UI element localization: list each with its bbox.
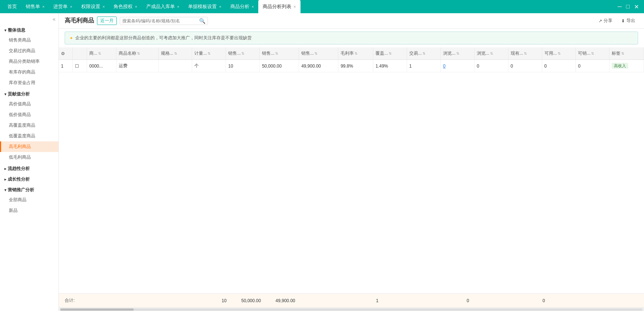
search-input[interactable] <box>122 18 198 23</box>
sidebar-group-贡献值分析[interactable]: ▾贡献值分析 <box>0 88 58 99</box>
nav-tab-单据模板设置[interactable]: 单据模板设置× <box>184 0 226 13</box>
scrollbar-thumb[interactable] <box>60 308 134 311</box>
sort-icon-transactions: ⇅ <box>422 51 425 55</box>
sort-icon-name: ⇅ <box>137 51 140 55</box>
sort-icon-code: ⇅ <box>98 51 101 55</box>
totals-bar: 合计: 10 50,000.00 49,900.00 1 0 0 <box>59 293 644 307</box>
sort-icon-unit: ⇅ <box>208 51 211 55</box>
info-icon: ✦ <box>69 36 73 41</box>
row-checkbox[interactable]: ☐ <box>73 60 87 72</box>
col-header-settings: ⚙ <box>59 47 73 60</box>
sidebar-item-库存资金占用[interactable]: 库存资金占用 <box>0 77 58 88</box>
col-header-browse2[interactable]: 浏览...⇅ <box>474 47 508 60</box>
nav-tab-商品分析列表[interactable]: 商品分析列表× <box>258 0 300 13</box>
col-header-tag[interactable]: 标签⇅ <box>609 47 644 60</box>
window-close-btn[interactable]: ✕ <box>632 3 641 10</box>
sidebar-item-新品[interactable]: 新品 <box>0 205 58 216</box>
share-label: 分享 <box>604 18 612 24</box>
col-header-gross_margin[interactable]: 毛利率⇅ <box>338 47 373 60</box>
sort-icon-sales_amount: ⇅ <box>275 51 278 55</box>
totals-sales-amount: 50,000.00 <box>241 298 261 303</box>
totals-label: 合计: <box>65 297 75 304</box>
sidebar-item-全部商品[interactable]: 全部商品 <box>0 195 58 205</box>
row-code: 0000... <box>87 60 116 72</box>
sidebar-item-高价值商品[interactable]: 高价值商品 <box>0 99 58 109</box>
nav-tab-进货单[interactable]: 进货单× <box>49 0 76 13</box>
col-header-spec[interactable]: 规格...⇅ <box>158 47 192 60</box>
col-header-code[interactable]: 商...⇅ <box>87 47 116 60</box>
col-header-browse1[interactable]: 浏览...⇅ <box>440 47 474 60</box>
totals-sales-qty: 10 <box>222 298 226 303</box>
sort-icon-sales_qty: ⇅ <box>241 51 244 55</box>
col-header-sales_cost[interactable]: 销售...⇅ <box>299 47 338 60</box>
share-icon: ↗ <box>598 18 602 23</box>
col-header-sales_qty[interactable]: 销售...⇅ <box>226 47 260 60</box>
col-header-sales_amount[interactable]: 销售...⇅ <box>260 47 299 60</box>
row-unit: 个 <box>192 60 226 72</box>
sidebar-item-商品分类助销率[interactable]: 商品分类助销率 <box>0 56 58 67</box>
tab-close-btn[interactable]: × <box>219 4 221 9</box>
export-icon: ⬇ <box>621 18 625 23</box>
window-maximize-btn[interactable]: □ <box>624 3 632 10</box>
sidebar-group-成长性分析[interactable]: ▸成长性分析 <box>0 173 58 184</box>
export-button[interactable]: ⬇ 导出 <box>618 16 638 25</box>
row-browse1[interactable]: 0 <box>440 60 474 72</box>
col-header-unit[interactable]: 计量...⇅ <box>192 47 226 60</box>
tag-badge: 高收入 <box>612 63 628 69</box>
sidebar-item-低覆盖度商品[interactable]: 低覆盖度商品 <box>0 131 58 141</box>
tab-close-btn[interactable]: × <box>177 4 179 9</box>
sidebar-group-流趋性分析[interactable]: ▸流趋性分析 <box>0 163 58 173</box>
nav-tab-权限设置[interactable]: 权限设置× <box>77 0 109 13</box>
sidebar-item-销售类商品[interactable]: 销售类商品 <box>0 35 58 46</box>
sort-icon-current_stock: ⇅ <box>524 51 527 55</box>
nav-tab-角色授权[interactable]: 角色授权× <box>109 0 141 13</box>
sort-icon-browse2: ⇅ <box>490 51 493 55</box>
col-header-coverage[interactable]: 覆盖...⇅ <box>373 47 407 60</box>
tab-close-btn[interactable]: × <box>102 4 105 9</box>
scrollbar-track <box>60 308 643 311</box>
sort-icon-spec: ⇅ <box>174 51 177 55</box>
totals-browse2: 0 <box>467 298 469 303</box>
row-name: 运费 <box>116 60 158 72</box>
tab-close-btn[interactable]: × <box>294 4 296 9</box>
top-navigation: 首页销售单×进货单×权限设置×角色授权×产成品入库单×单据模板设置×商品分析×商… <box>0 0 644 13</box>
sidebar-item-交易过的商品[interactable]: 交易过的商品 <box>0 46 58 56</box>
sidebar-group-营销推广分析[interactable]: ▾营销推广分析 <box>0 184 58 195</box>
main-container: « ▾整体信息销售类商品交易过的商品商品分类助销率有库存的商品库存资金占用▾贡献… <box>0 13 644 311</box>
sidebar-item-高覆盖度商品[interactable]: 高覆盖度商品 <box>0 120 58 131</box>
sidebar: « ▾整体信息销售类商品交易过的商品商品分类助销率有库存的商品库存资金占用▾贡献… <box>0 13 59 311</box>
nav-tab-产成品入库单[interactable]: 产成品入库单× <box>142 0 184 13</box>
col-header-name[interactable]: 商品名称⇅ <box>116 47 158 60</box>
sort-icon-sellable: ⇅ <box>591 51 594 55</box>
tab-close-btn[interactable]: × <box>252 4 254 9</box>
table-container[interactable]: ⚙商...⇅商品名称⇅规格...⇅计量...⇅销售...⇅销售...⇅销售...… <box>59 47 644 293</box>
nav-tab-销售单[interactable]: 销售单× <box>21 0 49 13</box>
content-header: 高毛利商品 近一月 🔍 ↗ 分享 ⬇ 导出 <box>59 13 644 29</box>
col-header-sellable[interactable]: 可销...⇅ <box>576 47 609 60</box>
sidebar-item-低价值商品[interactable]: 低价值商品 <box>0 109 58 120</box>
horizontal-scrollbar[interactable] <box>59 307 644 311</box>
col-header-current_stock[interactable]: 现有...⇅ <box>508 47 542 60</box>
nav-tab-商品分析[interactable]: 商品分析× <box>226 0 258 13</box>
row-available: 0 <box>542 60 576 72</box>
search-icon[interactable]: 🔍 <box>199 18 205 24</box>
sidebar-item-有库存的商品[interactable]: 有库存的商品 <box>0 67 58 77</box>
tab-close-btn[interactable]: × <box>42 4 44 9</box>
row-sales-qty: 10 <box>226 60 260 72</box>
window-minimize-btn[interactable]: ─ <box>615 3 624 10</box>
col-header-available[interactable]: 可用...⇅ <box>542 47 576 60</box>
sidebar-item-低毛利商品[interactable]: 低毛利商品 <box>0 152 58 163</box>
sidebar-collapse-btn[interactable]: « <box>53 16 55 22</box>
tab-close-btn[interactable]: × <box>135 4 137 9</box>
tab-close-btn[interactable]: × <box>70 4 72 9</box>
share-button[interactable]: ↗ 分享 <box>596 16 615 25</box>
content-area: 高毛利商品 近一月 🔍 ↗ 分享 ⬇ 导出 ✦ 企业的主要的利润都是这部分商品创… <box>59 13 644 311</box>
sidebar-group-整体信息[interactable]: ▾整体信息 <box>0 24 58 35</box>
col-header-transactions[interactable]: 交易...⇅ <box>407 47 441 60</box>
row-browse1-link[interactable]: 0 <box>443 64 446 69</box>
period-button[interactable]: 近一月 <box>97 17 117 25</box>
sidebar-item-高毛利商品[interactable]: 高毛利商品 <box>0 141 58 152</box>
nav-tab-首页[interactable]: 首页 <box>3 0 21 13</box>
sort-icon-tag: ⇅ <box>621 51 624 55</box>
export-label: 导出 <box>626 18 635 24</box>
